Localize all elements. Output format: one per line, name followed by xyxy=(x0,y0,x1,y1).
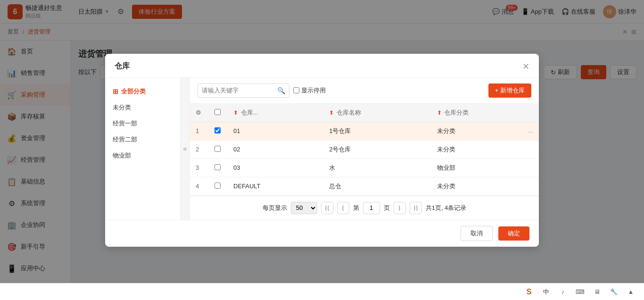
row-checkbox-cell xyxy=(209,177,228,195)
category-unclassified[interactable]: 未分类 xyxy=(105,100,180,116)
page-unit: 页 xyxy=(384,204,390,212)
th-category: ⬆ 仓库分类 xyxy=(431,104,539,122)
ime-icon[interactable]: 中 xyxy=(540,286,552,298)
row-checkbox-cell xyxy=(209,158,228,177)
tool-icon[interactable]: 🔧 xyxy=(608,286,619,298)
prev-page-btn[interactable]: ⟨ xyxy=(337,202,349,214)
next-page-btn[interactable]: ⟩ xyxy=(394,202,406,214)
th-name: ⬆ 仓库名称 xyxy=(323,104,431,122)
modal-table-area: 🔍 显示停用 + 新增仓库 ⚙ xyxy=(190,78,539,220)
table-row[interactable]: 4 DEFAULT 总仓 未分类 xyxy=(190,177,539,195)
modal-overlay: 仓库 ✕ ⊞ 全部分类 未分类 经营一部 经营二部 物业部 « xyxy=(0,0,644,300)
row-name: 总仓 xyxy=(323,177,431,195)
table-row[interactable]: 3 03 水 物业部 xyxy=(190,158,539,177)
row-code: 02 xyxy=(228,140,323,158)
modal-title: 仓库 xyxy=(115,61,130,71)
row-category: 未分类 xyxy=(431,140,539,158)
row-more[interactable]: 4 xyxy=(190,177,209,195)
bottom-bar: S 中 ♪ ⌨ 🖥 🔧 ▲ xyxy=(0,283,644,300)
confirm-btn[interactable]: 确定 xyxy=(498,226,529,241)
row-checkbox[interactable] xyxy=(215,146,221,152)
sort-icon-category: ⬆ xyxy=(437,109,442,116)
modal-actions: 取消 确定 xyxy=(105,220,539,247)
per-page-label: 每页显示 xyxy=(263,204,287,212)
row-category: 未分类 xyxy=(431,177,539,195)
search-input[interactable] xyxy=(202,87,277,94)
modal-body: ⊞ 全部分类 未分类 经营一部 经营二部 物业部 « 🔍 xyxy=(105,78,539,220)
modal-header: 仓库 ✕ xyxy=(105,54,539,78)
th-gear: ⚙ xyxy=(190,104,209,122)
last-page-btn[interactable]: ⟩⟩ xyxy=(410,202,422,214)
arrow-down-icon[interactable]: ▲ xyxy=(625,286,636,298)
row-code: 03 xyxy=(228,158,323,177)
modal-toolbar: 🔍 显示停用 + 新增仓库 xyxy=(190,78,539,104)
row-category: 未分类... xyxy=(431,122,539,140)
row-name: 2号仓库 xyxy=(323,140,431,158)
table-header-row: ⚙ ⬆ 仓库... ⬆ 仓库名称 xyxy=(190,104,539,122)
search-input-wrap: 🔍 xyxy=(198,83,289,98)
cancel-btn[interactable]: 取消 xyxy=(461,226,493,241)
row-category: 物业部 xyxy=(431,158,539,177)
search-icon[interactable]: 🔍 xyxy=(277,87,285,94)
table-row[interactable]: 2 02 2号仓库 未分类 xyxy=(190,140,539,158)
new-warehouse-btn[interactable]: + 新增仓库 xyxy=(488,83,531,98)
row-more[interactable]: 1 xyxy=(190,122,209,140)
check-all-checkbox[interactable] xyxy=(215,109,221,115)
row-checkbox[interactable] xyxy=(215,164,221,170)
row-more[interactable]: 3 xyxy=(190,158,209,177)
sort-icon-name: ⬆ xyxy=(329,109,334,116)
table-row[interactable]: 1 01 1号仓库 未分类... xyxy=(190,122,539,140)
modal-close-btn[interactable]: ✕ xyxy=(522,61,529,72)
sound-icon[interactable]: ♪ xyxy=(557,286,569,298)
keyboard-icon[interactable]: ⌨ xyxy=(574,286,586,298)
category-property[interactable]: 物业部 xyxy=(105,148,180,164)
page-label: 第 xyxy=(353,204,359,212)
warehouse-table: ⚙ ⬆ 仓库... ⬆ 仓库名称 xyxy=(190,104,539,196)
th-code: ⬆ 仓库... xyxy=(228,104,323,122)
grid-icon: ⊞ xyxy=(113,88,118,95)
pagination: 每页显示 50 20 100 ⟨⟨ ⟨ 第 页 ⟩ ⟩⟩ 共1页, 4条记录 xyxy=(190,196,539,220)
sort-icon-code: ⬆ xyxy=(233,109,238,116)
th-check xyxy=(209,104,228,122)
page-size-select[interactable]: 50 20 100 xyxy=(291,202,317,214)
show-disabled-checkbox-label[interactable]: 显示停用 xyxy=(293,86,326,95)
first-page-btn[interactable]: ⟨⟨ xyxy=(321,202,333,214)
row-code: DEFAULT xyxy=(228,177,323,195)
row-code: 01 xyxy=(228,122,323,140)
modal-category-sidebar: ⊞ 全部分类 未分类 经营一部 经营二部 物业部 xyxy=(105,78,181,220)
row-name: 1号仓库 xyxy=(323,122,431,140)
show-disabled-checkbox[interactable] xyxy=(293,87,299,93)
row-checkbox[interactable] xyxy=(215,127,221,133)
row-checkbox-cell xyxy=(209,140,228,158)
category-all[interactable]: ⊞ 全部分类 xyxy=(105,83,180,100)
warehouse-modal: 仓库 ✕ ⊞ 全部分类 未分类 经营一部 经营二部 物业部 « xyxy=(105,54,539,247)
category-dept1[interactable]: 经营一部 xyxy=(105,116,180,132)
row-more[interactable]: 2 xyxy=(190,140,209,158)
category-dept2[interactable]: 经营二部 xyxy=(105,132,180,148)
row-name: 水 xyxy=(323,158,431,177)
monitor-icon[interactable]: 🖥 xyxy=(591,286,603,298)
page-number-input[interactable] xyxy=(363,202,380,214)
row-actions-btn[interactable]: ... xyxy=(528,127,533,134)
row-checkbox[interactable] xyxy=(215,183,221,189)
sidebar-collapse-btn[interactable]: « xyxy=(181,78,190,220)
row-checkbox-cell xyxy=(209,122,228,140)
sogou-icon[interactable]: S xyxy=(523,286,535,298)
total-info: 共1页, 4条记录 xyxy=(426,204,467,212)
